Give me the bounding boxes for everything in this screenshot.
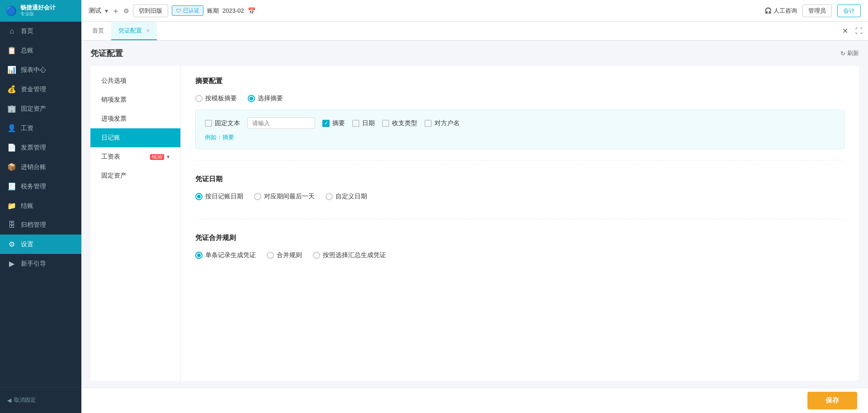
report-icon: 📊 — [7, 66, 16, 74]
main-layout: ⌂ 首页 📋 总账 📊 报表中心 💰 资金管理 🏢 固定资产 👤 工资 — [0, 22, 868, 413]
sidebar-item-newbie[interactable]: ▶ 新手引导 — [0, 254, 81, 273]
sidebar-item-label: 新手引导 — [21, 260, 46, 268]
section-summary-title: 摘要配置 — [195, 77, 844, 85]
radio-period-last[interactable]: 对应期间最后一天 — [254, 192, 315, 201]
tab-home[interactable]: 首页 — [85, 22, 111, 40]
radio-custom-date[interactable]: 自定义日期 — [326, 192, 367, 201]
switch-version-button[interactable]: 切到旧版 — [133, 5, 168, 17]
close-window-button[interactable]: ✕ — [840, 25, 850, 37]
settings-icon[interactable]: ⚙ — [123, 7, 129, 14]
section-date-title: 凭证日期 — [195, 175, 844, 183]
consult-button[interactable]: 🎧 人工咨询 — [764, 7, 797, 15]
sidebar-scroll: ⌂ 首页 📋 总账 📊 报表中心 💰 资金管理 🏢 固定资产 👤 工资 — [0, 22, 81, 387]
sidebar-item-assets[interactable]: 🏢 固定资产 — [0, 99, 81, 118]
checkbox-date[interactable]: 日期 — [352, 119, 375, 127]
sidebar-item-archive[interactable]: 🗄 归档管理 — [0, 216, 81, 235]
radio-select-merge[interactable]: 按照选择汇总生成凭证 — [313, 251, 386, 259]
fixed-text-input[interactable] — [247, 117, 315, 129]
summary-checkboxes-row: 固定文本 摘要 日期 — [205, 117, 835, 129]
date-radio-group: 按日记账日期 对应期间最后一天 自定义日期 — [195, 192, 844, 201]
workspace-name: 测试 — [89, 7, 101, 15]
add-icon[interactable]: ＋ — [112, 5, 120, 16]
sidebar: ⌂ 首页 📋 总账 📊 报表中心 💰 资金管理 🏢 固定资产 👤 工资 — [0, 22, 81, 413]
config-nav-purchase[interactable]: 进项发票 — [90, 109, 180, 128]
checkbox-counterpart[interactable]: 对方户名 — [425, 119, 460, 127]
sidebar-item-closing[interactable]: 📁 结账 — [0, 196, 81, 216]
sidebar-item-ledger[interactable]: 📋 总账 — [0, 41, 81, 60]
sidebar-item-salepurchase[interactable]: 📦 进销台账 — [0, 157, 81, 177]
sidebar-item-label: 结账 — [21, 202, 33, 210]
manager-button[interactable]: 管理员 — [802, 5, 832, 17]
merge-radio-group: 单条记录生成凭证 合并规则 按照选择汇总生成凭证 — [195, 251, 844, 259]
chevron-down-icon: ▾ — [167, 154, 170, 160]
capital-icon: 💰 — [7, 85, 16, 94]
checkbox-abstract[interactable]: 摘要 — [322, 119, 345, 127]
tab-bar: 首页 凭证配置 × ✕ ⛶ — [81, 22, 868, 41]
refresh-button[interactable]: ↻ 刷新 — [840, 49, 859, 57]
newbie-icon: ▶ — [7, 259, 16, 268]
radio-template-summary[interactable]: 按模板摘要 — [195, 94, 237, 103]
logo-name: 畅捷通好会计 — [20, 4, 56, 11]
sidebar-item-home[interactable]: ⌂ 首页 — [0, 22, 81, 41]
salepurchase-icon: 📦 — [7, 163, 16, 171]
period-label: 账期 — [207, 7, 219, 15]
sidebar-item-capital[interactable]: 💰 资金管理 — [0, 80, 81, 99]
tax-icon: 🧾 — [7, 182, 16, 191]
sidebar-item-label: 首页 — [21, 27, 33, 35]
sidebar-item-label: 资金管理 — [21, 85, 46, 94]
sidebar-item-report[interactable]: 📊 报表中心 — [0, 60, 81, 80]
tab-voucher-config[interactable]: 凭证配置 × — [111, 22, 157, 40]
radio-template-circle — [195, 95, 203, 102]
config-nav-public[interactable]: 公共选项 — [90, 71, 180, 90]
sidebar-item-label: 归档管理 — [21, 221, 46, 229]
section-merge-title: 凭证合并规则 — [195, 234, 844, 242]
fullscreen-button[interactable]: ⛶ — [854, 25, 864, 37]
checkbox-fixed-text[interactable]: 固定文本 — [205, 119, 240, 127]
sidebar-item-settings[interactable]: ⚙ 设置 — [0, 235, 81, 254]
home-icon: ⌂ — [7, 27, 16, 35]
page-content: 凭证配置 ↻ 刷新 公共选项 销项发票 进项发票 日记账 工资表 — [81, 41, 868, 388]
top-bar-right: 🎧 人工咨询 管理员 会计 — [764, 5, 861, 17]
refresh-icon: ↻ — [840, 50, 845, 57]
radio-period-last-circle — [254, 193, 261, 200]
config-nav-journal[interactable]: 日记账 — [90, 128, 180, 147]
settings-sidebar-icon: ⚙ — [7, 240, 16, 249]
checkbox-counterpart-box — [425, 120, 432, 127]
accountant-button[interactable]: 会计 — [837, 5, 861, 17]
checkbox-abstract-box — [322, 120, 330, 127]
cancel-fixed-button[interactable]: ◀ 取消固定 — [0, 392, 81, 408]
checkbox-fixed-text-box — [205, 120, 212, 127]
content-area: 首页 凭证配置 × ✕ ⛶ 凭证配置 ↻ 刷新 — [81, 22, 868, 413]
radio-select-circle — [248, 95, 255, 102]
radio-journal-date[interactable]: 按日记账日期 — [195, 192, 243, 201]
section-date: 凭证日期 按日记账日期 对应期间最后一天 — [195, 175, 844, 219]
dropdown-icon[interactable]: ▾ — [105, 7, 108, 14]
calendar-icon[interactable]: 📅 — [248, 7, 255, 14]
sidebar-item-label: 总账 — [21, 47, 33, 55]
config-nav: 公共选项 销项发票 进项发票 日记账 工资表 NEW ▾ 固定资产 — [90, 66, 181, 380]
config-nav-sales[interactable]: 销项发票 — [90, 90, 180, 109]
summary-options-box: 固定文本 摘要 日期 — [195, 110, 844, 149]
top-bar: 🔵 畅捷通好会计 专业版 测试 ▾ ＋ ⚙ 切到旧版 🛡 已认证 账期 2023… — [0, 0, 868, 22]
radio-select-summary[interactable]: 选择摘要 — [248, 94, 283, 103]
sidebar-item-label: 固定资产 — [21, 105, 46, 113]
radio-single-record[interactable]: 单条记录生成凭证 — [195, 251, 256, 259]
invoice-icon: 📄 — [7, 143, 16, 152]
sidebar-item-label: 进销台账 — [21, 163, 46, 171]
sidebar-item-tax[interactable]: 🧾 税务管理 — [0, 177, 81, 196]
save-button[interactable]: 保存 — [807, 392, 857, 409]
pin-icon: ◀ — [7, 397, 11, 404]
config-nav-payslip[interactable]: 工资表 NEW ▾ — [90, 147, 180, 166]
bottom-bar: 保存 — [81, 388, 868, 413]
radio-select-merge-circle — [313, 252, 320, 259]
sidebar-item-label: 工资 — [21, 124, 33, 132]
tab-close-icon[interactable]: × — [146, 28, 150, 34]
checkbox-io-type[interactable]: 收支类型 — [382, 119, 417, 127]
logo-sub: 专业版 — [20, 11, 56, 17]
section-summary: 摘要配置 按模板摘要 选择摘要 — [195, 77, 844, 160]
radio-merge-rule[interactable]: 合并规则 — [267, 251, 302, 259]
headset-icon: 🎧 — [764, 7, 772, 14]
config-nav-fixed-assets[interactable]: 固定资产 — [90, 166, 180, 185]
sidebar-item-payroll[interactable]: 👤 工资 — [0, 118, 81, 138]
sidebar-item-invoice[interactable]: 📄 发票管理 — [0, 138, 81, 157]
